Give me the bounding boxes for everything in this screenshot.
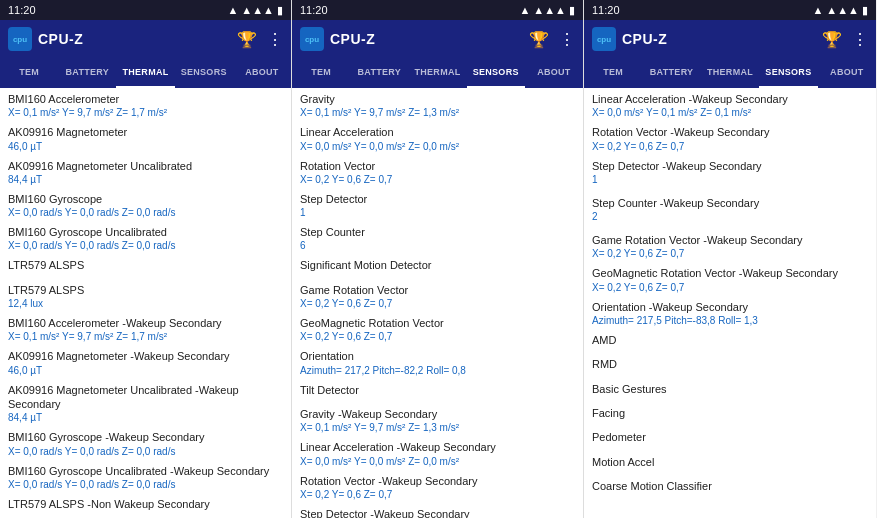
tab-tem[interactable]: TEM — [0, 58, 58, 88]
sensor-item: Orientation -Wakeup SecondaryAzimuth= 21… — [592, 300, 868, 329]
tab-thermal[interactable]: THERMAL — [701, 58, 759, 88]
battery-icon: ▮ — [569, 4, 575, 17]
sensor-name: Step Counter -Wakeup Secondary — [592, 196, 868, 210]
tab-tem[interactable]: TEM — [584, 58, 642, 88]
sensor-list: BMI160 AccelerometerX= 0,1 m/s² Y= 9,7 m… — [0, 88, 291, 518]
sensor-value: X= 0,1 m/s² Y= 9,7 m/s² Z= 1,7 m/s² — [8, 330, 283, 343]
sensor-name: Gravity — [300, 92, 575, 106]
tab-about[interactable]: ABOUT — [818, 58, 876, 88]
sensor-value: 84,4 µT — [8, 411, 283, 424]
sensor-value: X= 0,0 rad/s Y= 0,0 rad/s Z= 0,0 rad/s — [8, 206, 283, 219]
app-bar: cpu CPU-Z 🏆 ⋮ — [584, 20, 876, 58]
sensor-name: Rotation Vector — [300, 159, 575, 173]
tab-sensors[interactable]: SENSORS — [759, 58, 817, 88]
sensor-name: LTR579 ALSPS — [8, 258, 283, 272]
sensor-item: AK09916 Magnetometer -Wakeup Secondary46… — [8, 349, 283, 378]
sensor-item: Game Rotation VectorX= 0,2 Y= 0,6 Z= 0,7 — [300, 283, 575, 312]
tab-thermal[interactable]: THERMAL — [116, 58, 174, 88]
sensor-name: Linear Acceleration -Wakeup Secondary — [592, 92, 868, 106]
tab-sensors[interactable]: SENSORS — [175, 58, 233, 88]
sensor-name: BMI160 Gyroscope Uncalibrated — [8, 225, 283, 239]
sensor-item: Basic Gestures — [592, 382, 868, 398]
sensor-name: Coarse Motion Classifier — [592, 479, 868, 493]
sensor-value: 46,0 µT — [8, 364, 283, 377]
sensor-item: GeoMagnetic Rotation Vector -Wakeup Seco… — [592, 266, 868, 295]
app-bar-icons: 🏆 ⋮ — [529, 30, 575, 49]
menu-icon[interactable]: ⋮ — [267, 30, 283, 49]
app-title: CPU-Z — [330, 31, 529, 47]
trophy-icon[interactable]: 🏆 — [529, 30, 549, 49]
sensor-name: Game Rotation Vector -Wakeup Secondary — [592, 233, 868, 247]
sensor-value: X= 0,0 rad/s Y= 0,0 rad/s Z= 0,0 rad/s — [8, 239, 283, 252]
sensor-value: X= 0,2 Y= 0,6 Z= 0,7 — [300, 488, 575, 501]
sensor-value: 1 — [300, 206, 575, 219]
sensor-value: 46,0 µT — [8, 140, 283, 153]
menu-icon[interactable]: ⋮ — [852, 30, 868, 49]
tab-about[interactable]: ABOUT — [233, 58, 291, 88]
sensor-item: Linear Acceleration -Wakeup SecondaryX= … — [300, 440, 575, 469]
sensor-name: Facing — [592, 406, 868, 420]
tab-battery[interactable]: BATTERY — [642, 58, 700, 88]
sensor-value: X= 0,2 Y= 0,6 Z= 0,7 — [300, 173, 575, 186]
app-bar: cpu CPU-Z 🏆 ⋮ — [0, 20, 291, 58]
sensor-item: Rotation VectorX= 0,2 Y= 0,6 Z= 0,7 — [300, 159, 575, 188]
sensor-item: BMI160 Gyroscope UncalibratedX= 0,0 rad/… — [8, 225, 283, 254]
status-bar: 11:20 ▲ ▲▲▲ ▮ — [0, 0, 291, 20]
sensor-value: 84,4 µT — [8, 173, 283, 186]
sensor-item: LTR579 ALSPS -Non Wakeup Secondary — [8, 497, 283, 513]
sensor-item: Rotation Vector -Wakeup SecondaryX= 0,2 … — [592, 125, 868, 154]
sensor-list: GravityX= 0,1 m/s² Y= 9,7 m/s² Z= 1,3 m/… — [292, 88, 583, 518]
sensor-name: RMD — [592, 357, 868, 371]
status-time: 11:20 — [300, 4, 328, 16]
sensor-item: RMD — [592, 357, 868, 373]
sensor-value: Azimuth= 217,5 Pitch=-83,8 Roll= 1,3 — [592, 314, 868, 327]
app-icon: cpu — [300, 27, 324, 51]
sensor-value: X= 0,0 rad/s Y= 0,0 rad/s Z= 0,0 rad/s — [8, 445, 283, 458]
sensor-name: Pedometer — [592, 430, 868, 444]
sensor-name: Rotation Vector -Wakeup Secondary — [592, 125, 868, 139]
sensor-name: Rotation Vector -Wakeup Secondary — [300, 474, 575, 488]
sensor-name: Orientation — [300, 349, 575, 363]
sensor-name: Linear Acceleration -Wakeup Secondary — [300, 440, 575, 454]
sensor-name: BMI160 Gyroscope Uncalibrated -Wakeup Se… — [8, 464, 283, 478]
sensor-value: X= 0,1 m/s² Y= 9,7 m/s² Z= 1,3 m/s² — [300, 421, 575, 434]
app-icon: cpu — [8, 27, 32, 51]
sensor-value: X= 0,2 Y= 0,6 Z= 0,7 — [592, 140, 868, 153]
tab-thermal[interactable]: THERMAL — [408, 58, 466, 88]
sensor-item: Coarse Motion Classifier — [592, 479, 868, 495]
menu-icon[interactable]: ⋮ — [559, 30, 575, 49]
sensor-item: LTR579 ALSPS12,4 lux — [8, 283, 283, 312]
sensor-name: AK09916 Magnetometer Uncalibrated — [8, 159, 283, 173]
sensor-value: X= 0,2 Y= 0,6 Z= 0,7 — [300, 330, 575, 343]
sensor-item: Rotation Vector -Wakeup SecondaryX= 0,2 … — [300, 474, 575, 503]
sensor-name: Gravity -Wakeup Secondary — [300, 407, 575, 421]
tab-battery[interactable]: BATTERY — [58, 58, 116, 88]
sensor-name: Step Counter — [300, 225, 575, 239]
sensor-name: Tilt Detector — [300, 383, 575, 397]
app-bar: cpu CPU-Z 🏆 ⋮ — [292, 20, 583, 58]
tab-battery[interactable]: BATTERY — [350, 58, 408, 88]
sensor-item: OrientationAzimuth= 217,2 Pitch=-82,2 Ro… — [300, 349, 575, 378]
sensor-name: Linear Acceleration — [300, 125, 575, 139]
sensor-name: AK09916 Magnetometer — [8, 125, 283, 139]
sensor-name: GeoMagnetic Rotation Vector -Wakeup Seco… — [592, 266, 868, 280]
status-icons: ▲ ▲▲▲ ▮ — [227, 4, 283, 17]
sensor-name: Game Rotation Vector — [300, 283, 575, 297]
trophy-icon[interactable]: 🏆 — [822, 30, 842, 49]
tab-tem[interactable]: TEM — [292, 58, 350, 88]
tab-about[interactable]: ABOUT — [525, 58, 583, 88]
sensor-item: LTR579 ALSPS — [8, 258, 283, 274]
sensor-item: Game Rotation Vector -Wakeup SecondaryX=… — [592, 233, 868, 262]
sensor-value: X= 0,0 m/s² Y= 0,0 m/s² Z= 0,0 m/s² — [300, 455, 575, 468]
sensor-value: X= 0,2 Y= 0,6 Z= 0,7 — [300, 297, 575, 310]
sensor-name: Step Detector -Wakeup Secondary — [300, 507, 575, 518]
sensor-name: LTR579 ALSPS — [8, 283, 283, 297]
tab-sensors[interactable]: SENSORS — [467, 58, 525, 88]
trophy-icon[interactable]: 🏆 — [237, 30, 257, 49]
status-time: 11:20 — [592, 4, 620, 16]
sensor-item: Step Detector1 — [300, 192, 575, 221]
sensor-item: Facing — [592, 406, 868, 422]
app-title: CPU-Z — [622, 31, 822, 47]
sensor-name: GeoMagnetic Rotation Vector — [300, 316, 575, 330]
sensor-item: AK09916 Magnetometer46,0 µT — [8, 125, 283, 154]
